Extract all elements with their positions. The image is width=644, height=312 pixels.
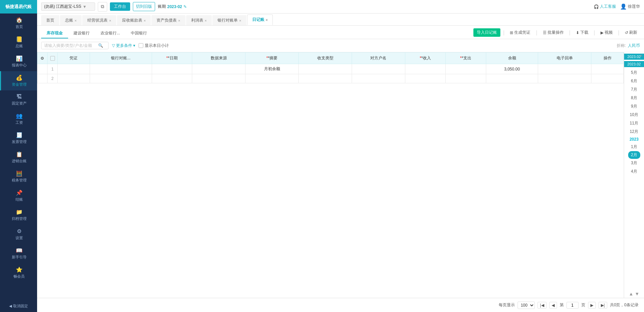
workbench-button[interactable]: 工作台 <box>110 2 130 11</box>
sidebar-item-ledger[interactable]: 📒 总账 <box>0 33 37 52</box>
old-version-button[interactable]: 切到旧版 <box>133 2 155 11</box>
tab-receivable[interactable]: 应收账款表 × <box>117 15 151 25</box>
page-number-input[interactable] <box>566 302 579 309</box>
tab-profit[interactable]: 利润表 × <box>186 15 212 25</box>
date-month-2023-1[interactable]: 1月 <box>624 143 644 151</box>
sub-tab-construction-bank[interactable]: 建设银行 <box>68 29 95 38</box>
show-subtotal-checkbox[interactable] <box>139 43 143 48</box>
sub-tab-agriculture-bank[interactable]: 农业银行... <box>95 29 125 38</box>
search-box[interactable]: 🔍 <box>41 42 109 49</box>
sidebar-item-tax[interactable]: 🧮 税务管理 <box>0 167 37 186</box>
sub-tab-cash[interactable]: 库存现金 <box>41 29 68 38</box>
sidebar-item-member[interactable]: ⭐ 畅会员 <box>0 263 37 282</box>
tab-journal[interactable]: 日记账 × <box>247 15 273 25</box>
tab-business-close[interactable]: × <box>109 19 111 23</box>
cell-income-type <box>299 64 352 74</box>
th-bank-match: 银行对账... <box>90 53 152 64</box>
cell-balance: 3,050.00 <box>486 64 538 74</box>
cell-source <box>192 64 245 74</box>
sidebar-item-settle[interactable]: 📌 结账 <box>0 186 37 205</box>
page-unit: 页 <box>581 302 585 308</box>
first-page-button[interactable]: |◀ <box>537 302 546 309</box>
page-size-select[interactable]: 20 50 100 200 <box>518 302 535 309</box>
home-icon: 🏠 <box>16 17 23 23</box>
download-button[interactable]: ⬇ 下载 <box>573 29 591 36</box>
sidebar-item-guide[interactable]: 📖 新手引导 <box>0 244 37 263</box>
sidebar-item-reports[interactable]: 📊 报表中心 <box>0 52 37 71</box>
batch-operation-button[interactable]: ☰ 批量操作 <box>540 29 566 36</box>
date-month-12[interactable]: 12月 <box>624 127 644 136</box>
date-panel-next-icon[interactable]: ▼ <box>635 291 640 296</box>
more-filter-button[interactable]: ▽ 更多条件 ▾ <box>112 43 135 49</box>
sidebar-item-payroll[interactable]: 👥 工资 <box>0 109 37 129</box>
cell-summary <box>245 74 299 83</box>
tab-bank-statement[interactable]: 银行对账单 × <box>212 15 246 25</box>
th-check[interactable] <box>48 53 58 64</box>
tab-balance-sheet-close[interactable]: × <box>178 19 180 23</box>
import-journal-button[interactable]: 导入日记账 <box>473 28 500 37</box>
date-month-8[interactable]: 8月 <box>624 94 644 102</box>
tab-ledger-label: 总账 <box>65 18 73 23</box>
sidebar-unpin[interactable]: ◀ 取消固定 <box>0 300 37 312</box>
currency-display: 折称: 人民币 <box>617 43 640 49</box>
cell-check: 1 <box>48 64 58 74</box>
tab-bank-statement-label: 银行对账单 <box>217 18 238 23</box>
sub-tab-china-bank[interactable]: 中国银行 <box>125 29 152 38</box>
date-month-5[interactable]: 5月 <box>624 68 644 77</box>
tab-ledger[interactable]: 总账 × <box>60 15 82 25</box>
voucher-icon: ⊞ <box>510 30 513 35</box>
prev-page-button[interactable]: ◀ <box>549 302 557 309</box>
date-month-9[interactable]: 9月 <box>624 102 644 111</box>
sidebar-item-fixed-assets[interactable]: 🏗 固定资产 <box>0 90 37 109</box>
sidebar-item-home[interactable]: 🏠 首页 <box>0 13 37 33</box>
cell-e-statement <box>538 74 591 83</box>
sidebar-item-invoice[interactable]: 🧾 发票管理 <box>0 129 37 148</box>
date-month-11[interactable]: 11月 <box>624 119 644 127</box>
sidebar-item-settings[interactable]: ⚙ 设置 <box>0 225 37 244</box>
date-panel-close-button[interactable]: × <box>640 53 643 58</box>
tab-bank-statement-close[interactable]: × <box>239 19 241 23</box>
tab-profit-close[interactable]: × <box>205 19 207 23</box>
date-month-6[interactable]: 6月 <box>624 77 644 85</box>
tab-bar: 首页 总账 × 经营状况表 × 应收账款表 × 资产负债表 × 利润表 × 银行… <box>37 13 644 26</box>
date-month-2023-4[interactable]: 4月 <box>624 167 644 176</box>
video-button[interactable]: ▶ 视频 <box>598 29 615 36</box>
generate-voucher-button[interactable]: ⊞ 生成凭证 <box>507 29 533 36</box>
tab-home[interactable]: 首页 <box>41 15 59 25</box>
sidebar-item-capital[interactable]: 💰 资金管理 <box>0 71 37 90</box>
date-month-2023-2[interactable]: 2月 <box>628 151 640 159</box>
currency-value[interactable]: 人民币 <box>628 43 640 49</box>
th-settings[interactable]: ⚙ <box>37 53 48 64</box>
company-copy-button[interactable]: ⧉ <box>98 2 107 11</box>
sidebar-label-tax: 税务管理 <box>12 178 27 183</box>
refresh-button[interactable]: ↺ 刷新 <box>622 29 640 36</box>
date-panel-prev-icon[interactable]: ▲ <box>629 291 634 296</box>
period-edit-icon[interactable]: ✎ <box>183 4 187 9</box>
th-expense: **支出 <box>445 53 486 64</box>
cell-expense <box>445 74 486 83</box>
date-panel-year-row-2: 2023.02 <box>624 61 644 67</box>
last-page-button[interactable]: ▶| <box>598 302 607 309</box>
sidebar-item-sales[interactable]: 📋 进销台账 <box>0 148 37 167</box>
select-all-checkbox[interactable] <box>50 56 55 61</box>
show-subtotal-toggle[interactable]: 显示本日小计 <box>139 43 169 49</box>
settle-icon: 📌 <box>16 190 23 196</box>
date-month-7[interactable]: 7月 <box>624 85 644 94</box>
next-page-button[interactable]: ▶ <box>588 302 596 309</box>
date-month-2023-3[interactable]: 3月 <box>624 159 644 167</box>
tab-ledger-close[interactable]: × <box>75 19 77 23</box>
sales-icon: 📋 <box>16 151 23 158</box>
company-selector[interactable]: (勿易) 江西超宝-LSS ▼ <box>41 2 95 11</box>
sidebar-item-archive[interactable]: 📁 归档管理 <box>0 205 37 225</box>
sidebar-label-capital: 资金管理 <box>12 82 27 87</box>
search-input[interactable] <box>44 43 98 48</box>
tab-journal-label: 日记账 <box>252 17 264 23</box>
user-menu[interactable]: 👤 徐莲华 <box>620 3 640 10</box>
tab-receivable-close[interactable]: × <box>144 19 146 23</box>
tab-balance-sheet[interactable]: 资产负债表 × <box>151 15 185 25</box>
tab-journal-close[interactable]: × <box>266 18 268 22</box>
tab-business[interactable]: 经营状况表 × <box>82 15 116 25</box>
toolbar-buttons: 导入日记账 | ⊞ 生成凭证 | ☰ 批量操作 | ⬇ 下载 | ▶ <box>473 28 640 39</box>
date-month-10[interactable]: 10月 <box>624 111 644 119</box>
customer-service-button[interactable]: 🎧 人工客服 <box>594 4 616 9</box>
